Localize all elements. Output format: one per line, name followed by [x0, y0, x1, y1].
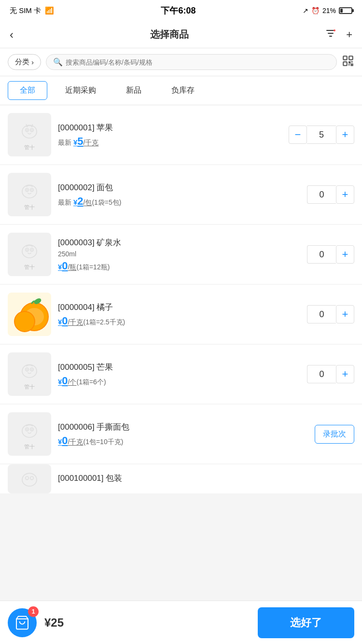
increase-button[interactable]: +	[336, 305, 354, 323]
product-price: ¥0/个(1箱=6个)	[58, 375, 300, 387]
price-prefix: 最新	[58, 139, 71, 146]
product-name: [0000004] 橘子	[58, 302, 300, 313]
price-value: 2	[77, 195, 83, 207]
product-thumbnail: 管十	[8, 113, 51, 156]
search-input[interactable]	[66, 58, 330, 66]
price-unit: /千克	[68, 438, 84, 446]
quantity-input[interactable]	[307, 305, 336, 323]
search-box[interactable]: 🔍	[46, 54, 337, 70]
tab-recent[interactable]: 近期采购	[53, 81, 108, 100]
status-time: 下午6:08	[161, 5, 195, 16]
page-title: 选择商品	[150, 28, 189, 41]
product-thumbnail: 管十	[8, 233, 51, 276]
category-label: 分类	[15, 57, 29, 67]
product-info: [0000006] 手撕面包 ¥0/千克(1包=10千克)	[58, 421, 308, 447]
price-value: 0	[62, 434, 68, 447]
price-detail: (1箱=12瓶)	[76, 263, 110, 271]
filter-icon[interactable]	[325, 28, 336, 42]
category-button[interactable]: 分类 ›	[8, 54, 41, 70]
svg-point-26	[15, 312, 34, 331]
product-list: 管十 [0000001] 苹果 最新 ¥5/千克 − +	[0, 105, 362, 543]
filter-row: 分类 › 🔍	[0, 48, 362, 76]
price-unit: /个	[68, 378, 77, 386]
quantity-control: +	[307, 185, 354, 204]
product-name: [000100001] 包装	[58, 473, 354, 484]
cart-area: 1 ¥25	[8, 608, 258, 637]
product-price: ¥0/千克(1箱=2.5千克)	[58, 315, 300, 327]
product-info: [0000001] 苹果 最新 ¥5/千克	[58, 122, 282, 148]
scan-icon[interactable]	[342, 55, 354, 70]
list-item: 管十 [0000006] 手撕面包 ¥0/千克(1包=10千克) 录批次	[0, 405, 362, 463]
add-button[interactable]: +	[346, 28, 352, 41]
list-item: 管十 [0000005] 芒果 ¥0/个(1箱=6个) +	[0, 345, 362, 404]
product-info: [000100001] 包装	[58, 473, 354, 486]
product-info: [0000005] 芒果 ¥0/个(1箱=6个)	[58, 362, 300, 387]
increase-button[interactable]: +	[336, 126, 354, 144]
cart-badge: 1	[28, 606, 39, 617]
category-arrow: ›	[31, 58, 34, 66]
quantity-control: +	[307, 305, 354, 323]
product-name: [0000003] 矿泉水	[58, 237, 300, 248]
svg-point-11	[31, 129, 33, 131]
search-icon: 🔍	[53, 57, 63, 67]
tab-negative[interactable]: 负库存	[159, 81, 207, 100]
batch-record-button[interactable]: 录批次	[315, 425, 354, 444]
svg-point-17	[22, 245, 37, 258]
quantity-input[interactable]	[307, 185, 336, 204]
product-thumbnail: 管十	[8, 173, 51, 216]
product-price: 最新 ¥5/千克	[58, 135, 282, 148]
svg-point-39	[26, 476, 29, 480]
product-thumbnail	[8, 464, 51, 493]
increase-button[interactable]: +	[336, 185, 354, 204]
product-thumbnail	[8, 293, 51, 336]
svg-rect-4	[343, 56, 347, 60]
battery-icon	[339, 7, 352, 14]
tab-all[interactable]: 全部	[8, 81, 47, 100]
price-unit: /千克	[83, 139, 98, 146]
svg-point-33	[22, 424, 37, 437]
status-bar: 无 SIM 卡 📶 下午6:08 ↗ ⏰ 21%	[0, 0, 362, 21]
increase-button[interactable]: +	[336, 245, 354, 264]
quantity-input[interactable]	[307, 365, 336, 383]
svg-rect-6	[343, 62, 347, 66]
list-item: 管十 [0000001] 苹果 最新 ¥5/千克 − +	[0, 105, 362, 164]
svg-point-15	[27, 189, 28, 191]
price-yen: ¥	[73, 198, 77, 206]
product-price: ¥0/瓶(1箱=12瓶)	[58, 260, 300, 272]
list-item: [0000004] 橘子 ¥0/千克(1箱=2.5千克) +	[0, 285, 362, 344]
tab-row: 全部 近期采购 新品 负库存	[0, 76, 362, 105]
svg-point-38	[22, 473, 37, 486]
product-thumbnail: 管十	[8, 412, 51, 456]
increase-button[interactable]: +	[336, 365, 354, 383]
tab-new[interactable]: 新品	[114, 81, 153, 100]
svg-point-40	[30, 476, 34, 480]
back-button[interactable]: ‹	[10, 28, 14, 42]
svg-point-21	[31, 249, 33, 251]
product-name: [0000002] 面包	[58, 182, 300, 193]
quantity-control: − +	[289, 126, 354, 144]
price-unit: /千克	[68, 318, 84, 326]
product-spec: 250ml	[58, 250, 300, 258]
list-item: 管十 [0000003] 矿泉水 250ml ¥0/瓶(1箱=12瓶) +	[0, 225, 362, 284]
svg-point-16	[31, 189, 33, 191]
decrease-button[interactable]: −	[289, 126, 307, 144]
wifi-icon: 📶	[45, 6, 54, 15]
cart-total: ¥25	[44, 616, 64, 630]
quantity-input[interactable]	[307, 245, 336, 264]
cart-icon	[14, 615, 30, 630]
product-price: ¥0/千克(1包=10千克)	[58, 434, 308, 447]
svg-point-31	[27, 369, 28, 370]
product-name: [0000005] 芒果	[58, 362, 300, 373]
confirm-button[interactable]: 选好了	[258, 607, 354, 638]
price-value: 0	[62, 315, 68, 327]
quantity-input[interactable]	[307, 126, 336, 144]
quantity-control: +	[307, 365, 354, 383]
product-info: [0000002] 面包 最新 ¥2/包(1袋=5包)	[58, 182, 300, 208]
location-icon: ↗	[303, 7, 308, 14]
product-name: [0000001] 苹果	[58, 122, 282, 133]
price-detail: (1包=10千克)	[83, 438, 123, 446]
list-item: 管十 [0000002] 面包 最新 ¥2/包(1袋=5包) +	[0, 165, 362, 224]
cart-button[interactable]: 1	[8, 608, 37, 637]
svg-point-37	[31, 429, 33, 430]
nav-bar: ‹ 选择商品 +	[0, 21, 362, 48]
